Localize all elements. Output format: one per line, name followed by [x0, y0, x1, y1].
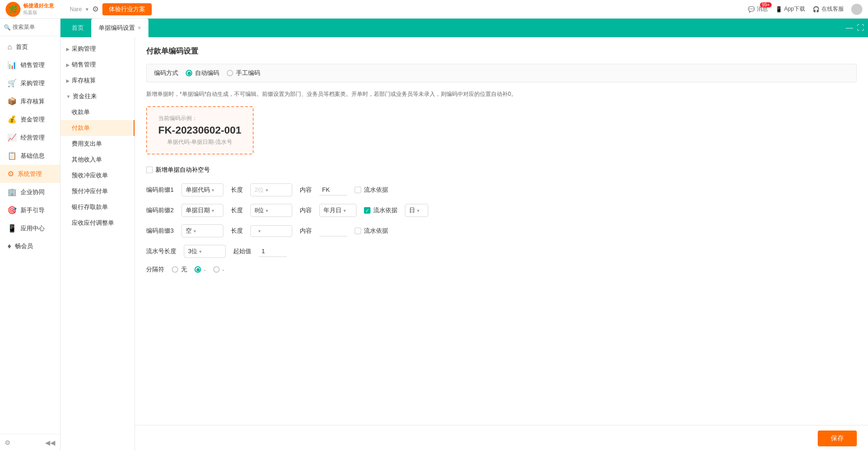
second-sidebar-receipts[interactable]: 收款单: [61, 104, 135, 120]
settings-bottom-icon[interactable]: ⚙: [5, 439, 11, 446]
group-purchase-header[interactable]: ▶ 采购管理: [61, 41, 135, 57]
prefix1-label: 编码前缀1: [146, 186, 174, 194]
content3-label: 内容: [300, 227, 312, 235]
save-button[interactable]: 保存: [818, 431, 857, 446]
content2-select[interactable]: 年月日 ▾: [319, 204, 357, 217]
second-sidebar-expenses[interactable]: 费用支出单: [61, 136, 135, 152]
sidebar-item-inventory[interactable]: 📦 库存核算: [0, 92, 60, 110]
second-sidebar-payments[interactable]: 付款单: [61, 120, 135, 136]
prefix2-select[interactable]: 单据日期 ▾: [182, 204, 223, 217]
dropdown-arrow-icon[interactable]: ▾: [86, 6, 88, 13]
apps-icon: 📱: [7, 224, 17, 233]
separator-none-radio: [172, 266, 178, 273]
company-name: Nare: [70, 6, 82, 13]
length3-label: 长度: [231, 227, 243, 235]
stream-depend3-label[interactable]: 流水依据: [355, 227, 388, 235]
arrow-right-icon3: ▶: [66, 78, 70, 83]
radio-auto-code[interactable]: 自动编码: [186, 69, 219, 77]
arrow-right-icon2: ▶: [66, 62, 70, 67]
settings-gear-icon[interactable]: ⚙: [92, 5, 99, 13]
config-row-1: 编码前缀1 单据代码 ▾ 长度 2位 ▾ 内容: [146, 183, 857, 196]
member-icon: ♦: [7, 242, 11, 250]
user-avatar[interactable]: [851, 4, 862, 15]
tab-close-icon[interactable]: ×: [138, 25, 141, 31]
prefix3-label: 编码前缀3: [146, 227, 174, 235]
sidebar-nav: ⌂ 首页 📊 销售管理 🛒 采购管理 📦 库存核算 💰 资金管理: [0, 36, 60, 434]
radio-manual-code[interactable]: 手工编码: [227, 69, 260, 77]
stream-depend2-label[interactable]: ✓ 流水依据: [364, 206, 397, 215]
serial-start-label: 起始值: [233, 247, 251, 256]
prefix1-select[interactable]: 单据代码 ▾: [182, 183, 223, 196]
sidebar-item-operations[interactable]: 📈 经营管理: [0, 128, 60, 147]
top-bar-left: 🌿 畅捷通好生意 拓盈版 Nare ▾ ⚙ 体验行业方案: [6, 2, 744, 17]
sidebar-item-guide[interactable]: 🎯 新手引导: [0, 201, 60, 219]
second-sidebar-prepaid-receipt[interactable]: 预收冲应收单: [61, 168, 135, 183]
finance-icon: 💰: [7, 115, 17, 124]
phone-icon: 📱: [775, 6, 782, 13]
app-edition: 拓盈版: [23, 9, 54, 16]
group-inventory-header[interactable]: ▶ 库存核算: [61, 73, 135, 88]
length2-select[interactable]: 8位 ▾: [250, 204, 292, 217]
tab-maximize-icon[interactable]: ⛶: [857, 24, 864, 32]
sidebar-item-sales[interactable]: 📊 销售管理: [0, 56, 60, 74]
tab-bar: 首页 单据编码设置 × — ⛶: [61, 19, 868, 37]
length3-arrow-icon: ▾: [258, 229, 261, 234]
separator-row: 分隔符 无 · ·: [146, 265, 857, 274]
right-panel: 首页 单据编码设置 × — ⛶ ▶ 采购管理: [61, 19, 868, 451]
online-service-button[interactable]: 🎧 在线客服: [813, 5, 844, 13]
content3-input[interactable]: [319, 225, 347, 236]
auto-fill-checkbox[interactable]: [146, 167, 153, 173]
sidebar-item-system[interactable]: ⚙ 系统管理: [0, 165, 60, 183]
group-capital: ▼ 资金往来 收款单 付款单 费用支出单 其他收入单 预收冲应收单 预付冲应付单…: [61, 88, 135, 231]
separator-dot-empty[interactable]: ·: [213, 266, 224, 273]
sidebar-item-base[interactable]: 📋 基础信息: [0, 147, 60, 165]
sidebar-item-member[interactable]: ♦ 畅会员: [0, 237, 60, 255]
content1-input[interactable]: [319, 184, 347, 195]
sidebar-item-enterprise[interactable]: 🏢 企业协同: [0, 183, 60, 201]
length1-label: 长度: [231, 186, 243, 194]
prefix1-arrow-icon: ▾: [212, 188, 214, 193]
tab-encoding[interactable]: 单据编码设置 ×: [91, 19, 148, 37]
search-menu[interactable]: 🔍 搜索菜单: [0, 19, 60, 36]
radio-group-coding: 自动编码 手工编码: [186, 69, 260, 77]
prefix3-select[interactable]: 空 ▾: [182, 224, 223, 237]
length1-select[interactable]: 2位 ▾: [250, 183, 292, 196]
tab-minimize-icon[interactable]: —: [846, 24, 853, 32]
second-sidebar-prepaid-payment[interactable]: 预付冲应付单: [61, 183, 135, 199]
notice-text: 新增单据时，*单据编码*自动生成，不可编辑。前缀设置为部门、业务员等档案类。开单…: [146, 90, 857, 99]
prefix2-label: 编码前缀2: [146, 206, 174, 215]
sidebar-item-finance[interactable]: 💰 资金管理: [0, 110, 60, 128]
stream-depend1-label[interactable]: 流水依据: [355, 186, 388, 194]
radio-auto-circle: [186, 70, 192, 76]
length2-label: 长度: [231, 206, 243, 215]
code-preview-label: 当前编码示例：: [158, 114, 242, 122]
length3-select[interactable]: ▾: [250, 225, 292, 237]
serial-start-input[interactable]: [259, 246, 287, 257]
second-sidebar-other-income[interactable]: 其他收入单: [61, 152, 135, 168]
stream-depend2-option[interactable]: 日 ▾: [405, 204, 428, 217]
config-row-3: 编码前缀3 空 ▾ 长度 ▾ 内容: [146, 224, 857, 237]
message-icon: 💬: [748, 6, 755, 13]
app-download-button[interactable]: 📱 App下载: [775, 5, 805, 13]
second-sidebar-ar-ap-adjust[interactable]: 应收应付调整单: [61, 215, 135, 231]
group-sales-header[interactable]: ▶ 销售管理: [61, 57, 135, 73]
experience-button[interactable]: 体验行业方案: [102, 3, 152, 15]
enterprise-icon: 🏢: [7, 188, 17, 196]
sidebar-item-apps[interactable]: 📱 应用中心: [0, 219, 60, 237]
second-sidebar-bank-deposit[interactable]: 银行存取款单: [61, 199, 135, 215]
separator-none[interactable]: 无: [172, 265, 187, 274]
code-preview-value: FK-20230602-001: [158, 124, 242, 136]
serial-length-select[interactable]: 3位 ▾: [184, 245, 226, 258]
group-capital-header[interactable]: ▼ 资金往来: [61, 88, 135, 104]
code-preview-sub: 单据代码-单据日期-流水号: [158, 138, 242, 146]
tab-home[interactable]: 首页: [64, 19, 91, 37]
code-preview-box: 当前编码示例： FK-20230602-001 单据代码-单据日期-流水号: [146, 106, 254, 155]
main-content: 付款单编码设置 编码方式 自动编码: [135, 37, 868, 425]
separator-dot-filled[interactable]: ·: [195, 266, 206, 273]
arrow-down-icon: ▼: [66, 94, 71, 99]
sidebar-item-purchase[interactable]: 🛒 采购管理: [0, 74, 60, 92]
messages-button[interactable]: 💬 消息 99+: [748, 5, 768, 13]
separator-label: 分隔符: [146, 265, 164, 274]
collapse-icon[interactable]: ◀◀: [45, 439, 55, 446]
sidebar-item-home[interactable]: ⌂ 首页: [0, 38, 60, 56]
